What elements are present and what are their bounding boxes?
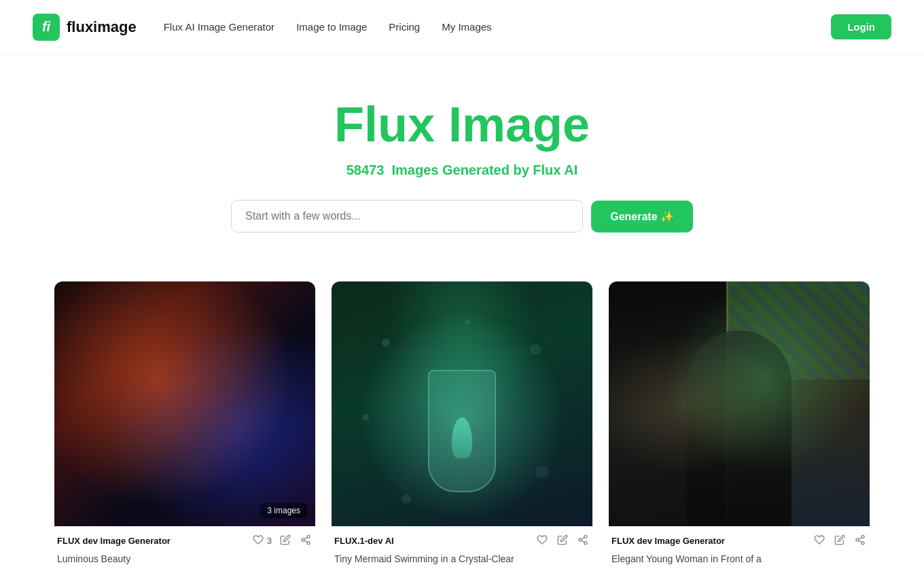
card-top-2: FLUX.1-dev AI bbox=[334, 533, 590, 549]
card-actions-3 bbox=[813, 533, 867, 549]
card-actions-2 bbox=[535, 533, 590, 549]
card-source-1: FLUX dev Image Generator bbox=[57, 536, 171, 546]
nav-link-image-to-image[interactable]: Image to Image bbox=[296, 21, 367, 33]
card-meta-2: FLUX.1-dev AI bbox=[332, 526, 592, 569]
logo-link[interactable]: fi fluximage bbox=[33, 14, 137, 41]
decoration-svg-2 bbox=[332, 281, 592, 526]
share-icon-2 bbox=[578, 534, 588, 545]
svg-point-8 bbox=[362, 414, 369, 421]
card-source-2: FLUX.1-dev AI bbox=[334, 536, 394, 546]
card-badge-1: 3 images bbox=[260, 503, 307, 518]
svg-point-6 bbox=[465, 320, 470, 325]
card-title-2: Tiny Mermaid Swimming in a Crystal-Clear bbox=[334, 553, 590, 566]
edit-button-3[interactable] bbox=[833, 533, 847, 549]
like-button-2[interactable] bbox=[535, 533, 549, 549]
svg-line-3 bbox=[304, 540, 308, 543]
glass-shape bbox=[428, 370, 496, 492]
like-count-1: 3 bbox=[267, 536, 272, 546]
nav-link-my-images[interactable]: My Images bbox=[442, 21, 491, 33]
heart-icon-3 bbox=[814, 534, 825, 545]
svg-point-1 bbox=[302, 538, 304, 541]
mermaid-figure bbox=[452, 417, 472, 458]
svg-point-12 bbox=[579, 538, 582, 541]
stained-glass-right bbox=[726, 281, 870, 526]
svg-line-20 bbox=[859, 538, 862, 540]
card-title-3: Elegant Young Woman in Front of a bbox=[611, 553, 867, 566]
navbar: fi fluximage Flux AI Image Generator Ima… bbox=[0, 0, 924, 54]
hero-search-bar: Generate ✨ bbox=[231, 200, 693, 233]
like-button-1[interactable] bbox=[251, 533, 265, 549]
heart-icon-1 bbox=[253, 534, 264, 545]
card-actions-1: 3 bbox=[251, 533, 313, 549]
svg-line-14 bbox=[582, 540, 585, 543]
nav-links: Flux AI Image Generator Image to Image P… bbox=[164, 21, 492, 33]
svg-line-19 bbox=[859, 540, 862, 543]
svg-point-11 bbox=[584, 536, 587, 538]
svg-point-18 bbox=[861, 542, 864, 545]
hero-subtitle: 58473 Images Generated by Flux AI bbox=[14, 162, 910, 178]
gallery-card-2: FLUX.1-dev AI bbox=[332, 281, 592, 569]
nav-link-flux-ai[interactable]: Flux AI Image Generator bbox=[164, 21, 274, 33]
gallery-card-1: 3 images FLUX dev Image Generator 3 bbox=[54, 281, 315, 569]
heart-icon-2 bbox=[537, 534, 548, 545]
image-gallery: 3 images FLUX dev Image Generator 3 bbox=[0, 265, 924, 584]
card-image-2 bbox=[332, 281, 592, 526]
person-silhouette bbox=[687, 330, 792, 526]
svg-point-7 bbox=[530, 344, 541, 355]
logo-text: fluximage bbox=[67, 18, 137, 36]
svg-point-13 bbox=[584, 542, 587, 545]
edit-icon-2 bbox=[557, 534, 568, 545]
generate-button[interactable]: Generate ✨ bbox=[591, 201, 693, 233]
svg-point-16 bbox=[861, 536, 864, 538]
card-image-3 bbox=[609, 281, 870, 526]
svg-point-0 bbox=[307, 536, 310, 538]
card-top-1: FLUX dev Image Generator 3 bbox=[57, 533, 313, 549]
svg-point-5 bbox=[382, 339, 390, 347]
svg-line-15 bbox=[582, 538, 585, 540]
gallery-card-3: FLUX dev Image Generator bbox=[609, 281, 870, 569]
svg-point-17 bbox=[856, 538, 859, 541]
hero-count: 58473 bbox=[346, 162, 385, 177]
hero-subtitle-suffix: Images Generated by Flux AI bbox=[391, 162, 578, 177]
login-button[interactable]: Login bbox=[831, 14, 891, 39]
nav-link-pricing[interactable]: Pricing bbox=[389, 21, 420, 33]
like-group-1: 3 bbox=[251, 533, 272, 549]
edit-icon-1 bbox=[280, 534, 291, 545]
svg-point-10 bbox=[402, 494, 411, 504]
share-button-1[interactable] bbox=[299, 533, 313, 549]
hero-title: Flux Image bbox=[14, 98, 910, 152]
svg-point-9 bbox=[535, 465, 549, 479]
share-button-3[interactable] bbox=[853, 533, 867, 549]
card-source-3: FLUX dev Image Generator bbox=[611, 536, 725, 546]
card-meta-3: FLUX dev Image Generator bbox=[609, 526, 870, 569]
svg-point-2 bbox=[307, 542, 310, 545]
logo-icon: fi bbox=[33, 14, 60, 41]
share-button-2[interactable] bbox=[576, 533, 590, 549]
hero-section: Flux Image 58473 Images Generated by Flu… bbox=[0, 54, 924, 265]
card-meta-1: FLUX dev Image Generator 3 bbox=[54, 526, 315, 569]
edit-icon-3 bbox=[834, 534, 845, 545]
card-top-3: FLUX dev Image Generator bbox=[611, 533, 867, 549]
prompt-input[interactable] bbox=[231, 200, 583, 233]
like-button-3[interactable] bbox=[813, 533, 826, 549]
share-icon-1 bbox=[300, 534, 311, 545]
card-title-1: Luminous Beauty bbox=[57, 553, 313, 566]
edit-button-2[interactable] bbox=[556, 533, 569, 549]
edit-button-1[interactable] bbox=[279, 533, 292, 549]
svg-line-4 bbox=[304, 538, 308, 540]
card-image-1: 3 images bbox=[54, 281, 315, 526]
nav-left: fi fluximage Flux AI Image Generator Ima… bbox=[33, 14, 492, 41]
share-icon-3 bbox=[855, 534, 866, 545]
